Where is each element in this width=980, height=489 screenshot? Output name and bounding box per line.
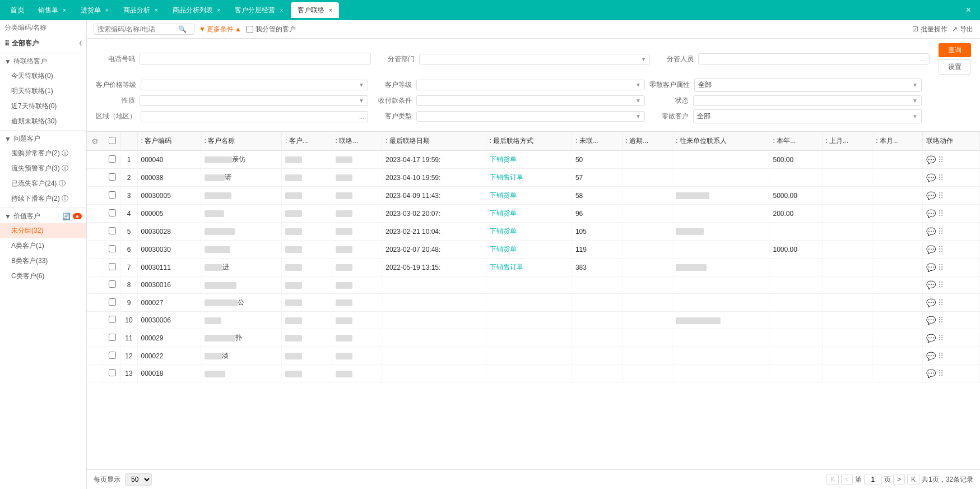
all-customers-header[interactable]: ⠿ 全部客户 《 (0, 35, 86, 52)
tab-purchase-order[interactable]: 进货单 × (74, 2, 115, 18)
action-message-icon-6[interactable]: 💬 (926, 263, 936, 272)
action-grid-icon-12[interactable]: ⠿ (938, 369, 944, 378)
phone-input[interactable] (140, 53, 371, 65)
action-grid-icon-9[interactable]: ⠿ (938, 316, 944, 325)
sidebar-item-class-c[interactable]: C类客户(6) (0, 269, 86, 284)
action-grid-icon-7[interactable]: ⠿ (938, 280, 944, 289)
price-level-select[interactable]: ▼ (141, 80, 368, 90)
retail-attr-select[interactable]: 全部 ▼ (694, 78, 922, 92)
sidebar-item-class-b[interactable]: B类客户(33) (0, 253, 86, 269)
close-product-analysis-tab[interactable]: × (155, 7, 158, 13)
action-grid-icon-0[interactable]: ⠿ (938, 155, 944, 164)
row-checkbox-10[interactable] (109, 334, 116, 341)
action-message-icon-11[interactable]: 💬 (926, 352, 936, 361)
row-checkbox-12[interactable] (109, 369, 116, 376)
action-grid-icon-5[interactable]: ⠿ (938, 245, 944, 254)
action-message-icon-0[interactable]: 💬 (926, 155, 936, 164)
sidebar-search-input[interactable] (4, 24, 87, 31)
nature-select[interactable]: ▼ (140, 95, 368, 106)
home-tab[interactable]: 首页 (4, 5, 30, 15)
region-select[interactable]: ... (141, 111, 368, 122)
first-page-button[interactable]: K (826, 474, 839, 485)
status-select[interactable]: ▼ (693, 95, 922, 106)
action-grid-icon-11[interactable]: ⠿ (938, 352, 944, 361)
action-message-icon-5[interactable]: 💬 (926, 245, 936, 254)
action-message-icon-7[interactable]: 💬 (926, 280, 936, 289)
contact-method-link-1[interactable]: 下销售订单 (490, 173, 523, 181)
select-all-checkbox[interactable] (109, 137, 116, 144)
row-checkbox-4[interactable] (109, 227, 116, 234)
row-checkbox-5[interactable] (109, 245, 116, 252)
my-customers-checkbox[interactable] (246, 26, 253, 33)
contact-method-link-5[interactable]: 下销货单 (490, 245, 517, 253)
reset-button[interactable]: 设置 (939, 59, 971, 75)
row-checkbox-11[interactable] (109, 352, 116, 359)
prev-page-button[interactable]: < (841, 474, 853, 485)
tab-product-analysis-list[interactable]: 商品分析列表 × (166, 2, 227, 18)
contact-method-link-6[interactable]: 下销售订单 (490, 263, 523, 271)
collapse-sidebar-icon[interactable]: 《 (76, 40, 82, 48)
action-message-icon-2[interactable]: 💬 (926, 191, 936, 200)
sidebar-group-value-customers[interactable]: ▼ 价值客户 🔄 ● (0, 209, 86, 223)
customer-level-select[interactable]: ▼ (416, 80, 645, 90)
close-customer-contact-tab[interactable]: × (329, 7, 332, 13)
row-checkbox-1[interactable] (109, 173, 116, 181)
contact-method-link-4[interactable]: 下销货单 (490, 227, 517, 235)
sidebar-item-ungrouped[interactable]: 未分组(32) (0, 223, 86, 238)
sidebar-item-churned[interactable]: 已流失客户(24) ⓘ (0, 176, 86, 191)
action-grid-icon-2[interactable]: ⠿ (938, 191, 944, 200)
sidebar-item-tomorrow-pending[interactable]: 明天待联络(1) (0, 84, 86, 99)
retail-customer-select[interactable]: 全部 ▼ (693, 109, 922, 123)
row-checkbox-0[interactable] (109, 155, 116, 163)
sidebar-item-churn-warning[interactable]: 流失预警客户(3) ⓘ (0, 161, 86, 176)
close-customer-mgmt-tab[interactable]: × (280, 7, 283, 13)
action-message-icon-8[interactable]: 💬 (926, 298, 936, 307)
row-checkbox-3[interactable] (109, 209, 116, 216)
sidebar-group-problem-customers[interactable]: ▼ 问题客户 (0, 132, 86, 146)
row-checkbox-2[interactable] (109, 191, 116, 199)
export-button[interactable]: ↗ 导出 (952, 25, 973, 34)
dept-select[interactable]: ▼ (419, 54, 651, 64)
close-sales-order-tab[interactable]: × (63, 7, 66, 13)
search-input[interactable] (97, 25, 176, 33)
action-message-icon-12[interactable]: 💬 (926, 369, 936, 378)
row-checkbox-6[interactable] (109, 263, 116, 270)
action-grid-icon-8[interactable]: ⠿ (938, 298, 944, 307)
sidebar-item-overdue-no-contact[interactable]: 逾期未联络(30) (0, 114, 86, 129)
tab-customer-contact[interactable]: 客户联络 × (291, 2, 339, 18)
action-message-icon-3[interactable]: 💬 (926, 209, 936, 218)
customer-type-select[interactable]: ▼ (416, 111, 645, 122)
more-conditions-button[interactable]: ▼ 更多条件 ▲ (199, 25, 241, 34)
action-grid-icon-6[interactable]: ⠿ (938, 263, 944, 272)
action-message-icon-4[interactable]: 💬 (926, 227, 936, 236)
sidebar-item-today-pending[interactable]: 今天待联络(0) (0, 68, 86, 84)
query-button[interactable]: 查询 (939, 43, 971, 57)
action-message-icon-10[interactable]: 💬 (926, 334, 936, 343)
tab-sales-order[interactable]: 销售单 × (31, 2, 73, 18)
close-purchase-tab[interactable]: × (105, 7, 109, 13)
batch-ops-button[interactable]: ☑ 批量操作 (912, 25, 948, 34)
manager-select[interactable]: ... (698, 53, 930, 64)
action-message-icon-9[interactable]: 💬 (926, 316, 936, 325)
contact-method-link-3[interactable]: 下销货单 (490, 209, 517, 217)
sidebar-item-class-a[interactable]: A类客户(1) (0, 238, 86, 253)
action-grid-icon-3[interactable]: ⠿ (938, 209, 944, 218)
last-page-button[interactable]: K (907, 474, 919, 485)
tab-customer-management[interactable]: 客户分层经营 × (228, 2, 290, 18)
refresh-icon[interactable]: 🔄 (62, 213, 71, 220)
contact-method-link-2[interactable]: 下销货单 (490, 191, 517, 199)
action-message-icon-1[interactable]: 💬 (926, 173, 936, 182)
tab-product-analysis[interactable]: 商品分析 × (117, 2, 165, 18)
row-checkbox-9[interactable] (109, 316, 116, 323)
sidebar-item-declining[interactable]: 持续下滑客户(2) ⓘ (0, 191, 86, 206)
action-grid-icon-10[interactable]: ⠿ (938, 334, 944, 343)
next-page-button[interactable]: > (893, 474, 905, 485)
row-checkbox-8[interactable] (109, 298, 116, 306)
page-number-input[interactable] (864, 474, 882, 485)
action-grid-icon-4[interactable]: ⠿ (938, 227, 944, 236)
page-size-select[interactable]: 50 (125, 473, 152, 486)
contact-method-link-0[interactable]: 下销货单 (490, 155, 517, 163)
row-checkbox-7[interactable] (109, 280, 116, 288)
window-close-button[interactable]: × (962, 5, 976, 15)
sidebar-item-7days-pending[interactable]: 近7天待联络(0) (0, 99, 86, 114)
